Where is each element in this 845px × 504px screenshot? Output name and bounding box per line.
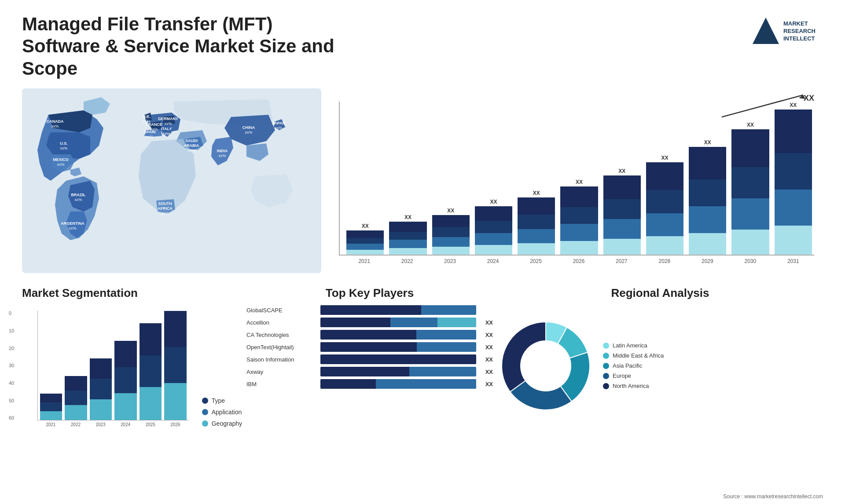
svg-text:FRANCE: FRANCE bbox=[146, 122, 162, 127]
player-xx-2: XX bbox=[480, 332, 493, 338]
seg-bar-segment-2 bbox=[164, 383, 186, 420]
svg-text:MARKET: MARKET bbox=[783, 20, 808, 27]
logo-area: MARKET RESEARCH INTELLECT bbox=[753, 13, 823, 48]
bar-segment-3 bbox=[346, 250, 384, 255]
legend-apac-label: Asia Pacific bbox=[613, 362, 642, 369]
legend-type: Type bbox=[202, 397, 242, 404]
legend-europe-label: Europe bbox=[613, 373, 631, 379]
bar-segment-1 bbox=[689, 179, 726, 206]
bar-segment-3 bbox=[389, 248, 426, 255]
legend-type-dot bbox=[202, 398, 208, 404]
player-bar-segment-1 bbox=[421, 305, 476, 315]
player-xx-5: XX bbox=[480, 369, 493, 375]
source-text: Source : www.marketresearchintellect.com bbox=[723, 493, 823, 500]
seg-bar-segment-0 bbox=[140, 323, 162, 355]
bar-segment-3 bbox=[432, 247, 470, 255]
player-bar-segment-0 bbox=[320, 379, 376, 389]
svg-text:xx%: xx% bbox=[161, 211, 169, 215]
svg-text:xx%: xx% bbox=[245, 130, 252, 135]
legend-north-america-dot bbox=[603, 383, 609, 389]
bar-segment-2 bbox=[432, 237, 470, 247]
donut-chart bbox=[497, 318, 594, 414]
player-row-0: GlobalSCAPE bbox=[246, 305, 493, 315]
player-name-2: CA Technologies bbox=[246, 332, 317, 338]
svg-text:ARGENTINA: ARGENTINA bbox=[61, 221, 84, 226]
bar-stack bbox=[603, 175, 641, 255]
legend-latin-america: Latin America bbox=[603, 342, 664, 349]
bar-segment-1 bbox=[646, 190, 683, 213]
bar-segment-3 bbox=[646, 236, 683, 255]
player-row-2: CA TechnologiesXX bbox=[246, 330, 493, 340]
bar-year-label-2021: 2021 bbox=[345, 258, 383, 264]
player-bar-5 bbox=[320, 367, 476, 376]
bar-stack bbox=[432, 215, 470, 255]
players-list: GlobalSCAPEAccellionXXCA TechnologiesXXO… bbox=[246, 305, 493, 389]
bar-year-label-2031: 2031 bbox=[775, 258, 812, 264]
seg-bar-group-2021 bbox=[40, 394, 62, 420]
player-name-3: OpenText(Hightail) bbox=[246, 344, 317, 351]
legend-mea-label: Middle East & Africa bbox=[613, 352, 664, 359]
header: Managed File Transfer (MFT) Software & S… bbox=[22, 13, 823, 80]
bar-group-2028: XX bbox=[646, 155, 683, 255]
svg-text:ARABIA: ARABIA bbox=[184, 143, 199, 148]
player-bar-segment-1 bbox=[416, 330, 476, 340]
bar-segment-3 bbox=[475, 245, 512, 255]
player-bar-3 bbox=[320, 342, 476, 352]
bar-group-2022: XX bbox=[389, 214, 426, 255]
seg-year-label-2025: 2025 bbox=[140, 422, 162, 427]
player-xx-1: XX bbox=[480, 319, 493, 326]
svg-text:xx%: xx% bbox=[218, 153, 226, 158]
seg-year-label-2024: 2024 bbox=[114, 422, 137, 427]
bar-xx-label: XX bbox=[404, 214, 411, 220]
seg-year-label-2022: 2022 bbox=[65, 422, 87, 427]
svg-text:xx%: xx% bbox=[187, 148, 195, 153]
legend-application-label: Application bbox=[212, 409, 242, 416]
seg-bars-container bbox=[37, 310, 189, 420]
bar-stack bbox=[389, 222, 426, 255]
player-bar-segment-0 bbox=[320, 342, 417, 352]
bar-group-2021: XX bbox=[346, 223, 384, 255]
segmentation-section: Market Segmentation 60 50 40 30 20 10 0 bbox=[22, 286, 242, 427]
seg-bar-group-2024 bbox=[114, 341, 136, 420]
bar-group-2024: XX bbox=[475, 199, 512, 255]
seg-year-label-2023: 2023 bbox=[89, 422, 112, 427]
bar-segment-3 bbox=[731, 230, 769, 255]
svg-text:JAPAN: JAPAN bbox=[272, 121, 285, 125]
bar-segment-1 bbox=[603, 199, 641, 219]
bar-segment-1 bbox=[475, 221, 512, 233]
seg-chart-area: 60 50 40 30 20 10 0 20212022202320242025… bbox=[22, 310, 189, 427]
bar-segment-0 bbox=[603, 175, 641, 199]
bar-group-2031: XX bbox=[775, 102, 812, 255]
player-bar-segment-1 bbox=[417, 342, 476, 352]
bar-stack bbox=[346, 230, 384, 255]
bar-segment-0 bbox=[346, 230, 384, 238]
seg-bar-segment-0 bbox=[90, 358, 112, 379]
legend-type-label: Type bbox=[212, 397, 225, 404]
player-name-6: IBM bbox=[246, 381, 317, 387]
bar-group-2026: XX bbox=[560, 179, 598, 255]
seg-year-label-2021: 2021 bbox=[40, 422, 62, 427]
svg-text:xx%: xx% bbox=[162, 131, 170, 136]
player-row-1: AccellionXX bbox=[246, 318, 493, 327]
bar-year-label-2029: 2029 bbox=[689, 258, 726, 264]
svg-text:xx%: xx% bbox=[60, 146, 67, 150]
bar-segment-0 bbox=[432, 215, 470, 227]
regional-legend: Latin America Middle East & Africa Asia … bbox=[603, 342, 664, 389]
map-container: CANADA xx% U.S. xx% MEXICO xx% BRAZIL xx… bbox=[22, 88, 321, 273]
bar-segment-2 bbox=[560, 224, 598, 241]
seg-bar-segment-1 bbox=[140, 355, 162, 387]
bar-segment-2 bbox=[731, 198, 769, 230]
logo-icon: MARKET RESEARCH INTELLECT bbox=[753, 13, 823, 48]
svg-point-39 bbox=[520, 340, 571, 391]
bar-group-2025: XX bbox=[518, 190, 555, 255]
player-xx-6: XX bbox=[480, 381, 493, 387]
bar-segment-2 bbox=[775, 190, 812, 226]
bar-xx-label: XX bbox=[747, 122, 754, 128]
seg-bar-segment-2 bbox=[140, 387, 162, 420]
bar-years-row: 2021202220232024202520262027202820292030… bbox=[339, 258, 814, 264]
player-row-3: OpenText(Hightail)XX bbox=[246, 342, 493, 352]
player-bar-segment-1 bbox=[376, 379, 476, 389]
seg-bar-segment-0 bbox=[164, 311, 186, 347]
legend-north-america-label: North America bbox=[613, 383, 649, 389]
legend-latin-america-label: Latin America bbox=[613, 342, 647, 349]
